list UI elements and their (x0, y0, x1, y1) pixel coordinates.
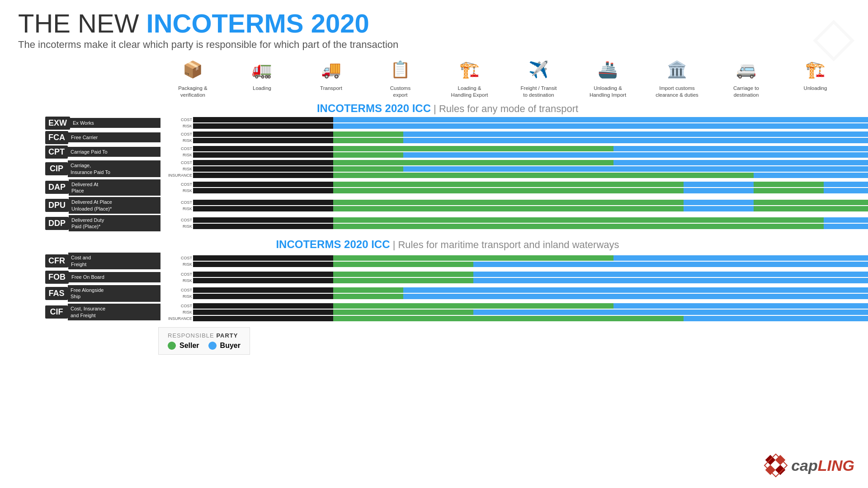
seg-7 (684, 217, 754, 223)
row-label-cost: COST (163, 217, 192, 223)
seller-label: Seller (179, 342, 199, 350)
seg-0 (193, 224, 263, 229)
seg-2 (333, 188, 403, 193)
bar-row-risk (193, 294, 868, 299)
seg-9 (824, 287, 868, 293)
seg-9 (824, 303, 868, 309)
bar-row-cost (193, 255, 868, 261)
seg-1 (263, 316, 333, 321)
seg-9 (824, 188, 868, 193)
loading_handling-label: Loading &Handling Export (451, 85, 488, 99)
seg-2 (333, 206, 403, 211)
seg-1 (263, 272, 333, 277)
freight-icon: ✈️ (523, 56, 555, 83)
seg-2 (333, 294, 403, 299)
seg-9 (824, 166, 868, 172)
row-label-cost: COST (163, 117, 192, 122)
seg-6 (613, 294, 684, 299)
seg-7 (684, 152, 754, 158)
incoterm-block-fas: FASFree AlongsideShipCOSTRISK (45, 285, 850, 302)
seg-5 (543, 123, 613, 129)
bar-row-risk (193, 123, 868, 129)
seg-6 (613, 166, 684, 172)
bar-row-cost (193, 200, 868, 205)
seg-9 (824, 117, 868, 122)
term-name-cpt: Carriage Paid To (68, 147, 160, 157)
seg-2 (333, 138, 403, 143)
section-gray-0: | Rules for any mode of transport (431, 103, 578, 114)
row-labels-cfr: COSTRISK (163, 255, 192, 267)
seg-0 (193, 200, 263, 205)
seg-6 (613, 152, 684, 158)
seg-4 (473, 160, 543, 165)
seg-2 (333, 316, 403, 321)
seg-9 (824, 138, 868, 143)
seg-6 (613, 138, 684, 143)
seg-3 (403, 217, 473, 223)
row-label-risk: RISK (163, 206, 192, 211)
seg-0 (193, 303, 263, 309)
seg-3 (403, 303, 473, 309)
seg-6 (613, 303, 684, 309)
section-title-0: INCOTERMS 2020 ICC | Rules for any mode … (45, 102, 850, 115)
seg-8 (754, 117, 824, 122)
term-code-cpt: CPT (45, 145, 68, 159)
seg-8 (754, 224, 824, 229)
seg-1 (263, 294, 333, 299)
grid-container: INCOTERMS 2020 ICC | Rules for any mode … (18, 102, 850, 321)
term-name-fob: Free On Board (69, 272, 160, 282)
import_customs-label: Import customsclearance & duties (656, 85, 698, 99)
seg-3 (403, 224, 473, 229)
seg-8 (754, 206, 824, 211)
customs_export-label: Customsexport (390, 85, 410, 99)
legend-box: RESPONSIBLE PARTY Seller Buyer (158, 327, 250, 355)
seg-4 (473, 272, 543, 277)
term-name-dpu: Delivered At PlaceUnloaded (Place)* (69, 197, 160, 214)
seg-8 (754, 131, 824, 137)
row-labels-fas: COSTRISK (163, 287, 192, 299)
page-wrapper: ◇ THE NEW INCOTERMS 2020 The incoterms m… (0, 0, 868, 488)
incoterm-row-fob: FOBFree On BoardCOSTRISK (45, 271, 850, 284)
seg-5 (543, 262, 613, 267)
seg-6 (613, 278, 684, 283)
seg-8 (754, 182, 824, 187)
bars-dpu (193, 200, 868, 211)
seg-6 (613, 262, 684, 267)
seg-0 (193, 138, 263, 143)
seg-9 (824, 206, 868, 211)
incoterm-block-fca: FCAFree CarrierCOSTRISK (45, 131, 850, 144)
row-label-cost: COST (163, 131, 192, 137)
bars-cfr (193, 255, 868, 267)
term-code-exw: EXW (45, 117, 70, 130)
logo-text: capLING (791, 457, 854, 474)
incoterm-block-exw: EXWEx WorksCOSTRISK (45, 117, 850, 130)
seg-3 (403, 188, 473, 193)
seg-1 (263, 117, 333, 122)
row-labels-dap: COSTRISK (163, 182, 192, 193)
seg-6 (613, 255, 684, 261)
seg-7 (684, 117, 754, 122)
seg-0 (193, 206, 263, 211)
bar-row-insurance (193, 316, 868, 321)
incoterm-block-cip: CIPCarriage,Insurance Paid ToCOSTRISKINS… (45, 160, 850, 178)
seg-7 (684, 138, 754, 143)
term-label-fob: FOBFree On Board (45, 271, 160, 284)
bar-row-cost (193, 272, 868, 277)
seg-5 (543, 206, 613, 211)
seg-1 (263, 173, 333, 178)
seg-4 (473, 188, 543, 193)
import_customs-icon: 🏛️ (661, 56, 693, 83)
seg-6 (613, 160, 684, 165)
term-name-cif: Cost, Insuranceand Freight (68, 304, 160, 320)
seg-6 (613, 200, 684, 205)
row-labels-fca: COSTRISK (163, 131, 192, 143)
seg-5 (543, 182, 613, 187)
term-name-fas: Free AlongsideShip (68, 285, 160, 302)
seg-4 (473, 278, 543, 283)
icon-col-freight: ✈️ Freight / Transitto destination (504, 56, 573, 99)
icons-row: 📦 Packaging &verification 🚛 Loading 🚚 Tr… (18, 56, 850, 99)
seg-2 (333, 152, 403, 158)
seg-4 (473, 173, 543, 178)
seg-4 (473, 224, 543, 229)
bar-row-risk (193, 138, 868, 143)
